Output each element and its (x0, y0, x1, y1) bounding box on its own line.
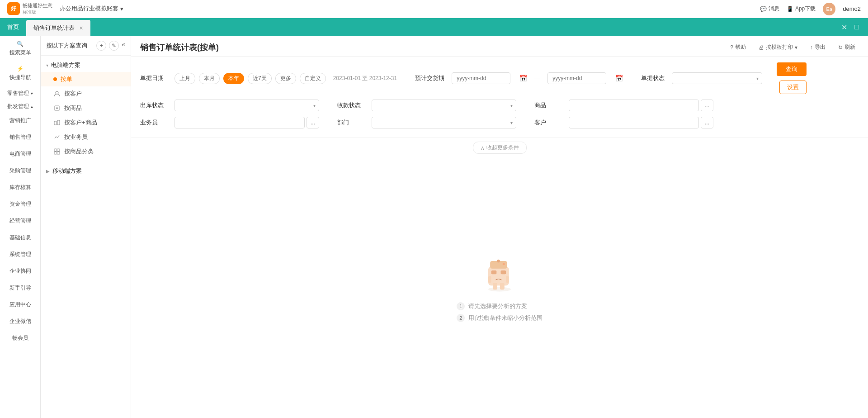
refresh-button[interactable]: ↻ 刷新 (835, 42, 859, 53)
salesman-input[interactable] (175, 117, 305, 128)
sidebar-item-appcenter[interactable]: 应用中心 (0, 296, 40, 313)
scheme-item-by-customer-label: 按客户 (64, 90, 82, 98)
query-button[interactable]: 查询 (777, 62, 807, 76)
scheme-item-by-customer[interactable]: 按客户 (41, 86, 131, 101)
calendar-end-icon[interactable]: 📅 (615, 75, 623, 82)
help-button[interactable]: ? 帮助 (726, 42, 750, 53)
date-range-text: 2023-01-01 至 2023-12-31 (333, 75, 397, 82)
date-last-month-button[interactable]: 上月 (175, 73, 195, 84)
sidebar-item-system[interactable]: 系统管理 (0, 246, 40, 263)
window-maximize-button[interactable]: □ (853, 21, 861, 33)
sidebar-search[interactable]: 🔍 搜索菜单 (0, 36, 40, 61)
help-label: 帮助 (735, 43, 746, 51)
sidebar-item-marketing[interactable]: 营销推广 (0, 112, 40, 129)
date-last-7days-button[interactable]: 近7天 (248, 73, 272, 84)
tab-home[interactable]: 首页 (0, 18, 26, 36)
scheme-edit-button[interactable]: ✎ (109, 41, 119, 51)
sidebar-item-purchase[interactable]: 采购管理 (0, 162, 40, 179)
active-dot-icon (53, 77, 57, 81)
sidebar-item-finance[interactable]: 资金管理 (0, 196, 40, 213)
empty-state: 1 请先选择要分析的方案 2 用[过滤]条件来缩小分析范围 (131, 157, 868, 418)
sidebar-item-operations[interactable]: 经营管理 (0, 213, 40, 229)
payment-status-select[interactable] (372, 100, 516, 111)
sidebar-item-inventory[interactable]: 库存核算 (0, 179, 40, 196)
sidebar-quicknav-label: 快捷导航 (9, 74, 31, 81)
expected-delivery-end-input[interactable] (547, 72, 606, 84)
sidebar-item-newbie[interactable]: 新手引导 (0, 280, 40, 296)
scheme-item-by-category[interactable]: 按商品分类 (41, 144, 131, 159)
product-input[interactable] (569, 100, 699, 111)
collapse-icon: ∧ (481, 145, 485, 151)
svg-rect-15 (506, 276, 509, 283)
top-bar-left: 好 畅捷通好生意 标准版 办公用品行业模拟账套 ▾ (7, 2, 127, 15)
tab-sales-order-stats[interactable]: 销售订单统计表 ✕ (26, 20, 90, 36)
export-button[interactable]: ↑ 导出 (807, 42, 829, 53)
scheme-item-by-customer-product-label: 按客户+商品 (64, 119, 97, 127)
collapse-bar[interactable]: ∧ 收起更多条件 (131, 138, 868, 157)
setting-button[interactable]: 设置 (779, 81, 807, 94)
bill-status-label: 单据状态 (641, 74, 665, 82)
date-this-year-button[interactable]: 本年 (223, 73, 244, 84)
message-button[interactable]: 💬 消息 (760, 5, 779, 13)
scheme-collapse-button[interactable]: « (122, 41, 125, 51)
bill-status-select-wrap: ▾ (672, 72, 762, 84)
customer-input[interactable] (569, 117, 699, 128)
svg-rect-17 (500, 283, 505, 290)
sidebar-item-retail[interactable]: 零售管理 ▾ (0, 86, 40, 99)
scheme-item-by-customer-product[interactable]: 按客户+商品 (41, 115, 131, 130)
logo-subtitle: 标准版 (23, 9, 52, 15)
window-close-button[interactable]: ✕ (840, 21, 849, 33)
expected-delivery-start-input[interactable] (452, 72, 510, 84)
scheme-section-pc-title[interactable]: ▾ 电脑端方案 (41, 58, 131, 72)
pc-section-label: 电脑端方案 (51, 61, 80, 69)
date-custom-button[interactable]: 自定义 (300, 73, 326, 84)
report-header-actions: ? 帮助 🖨 按模板打印 ▾ ↑ 导出 ↻ 刷新 (726, 42, 859, 53)
tab-sales-label: 销售订单统计表 (33, 24, 75, 32)
date-this-month-button[interactable]: 本月 (199, 73, 220, 84)
sidebar-item-wholesale[interactable]: 批发管理 ▴ (0, 99, 40, 112)
scheme-panel-title: 按以下方案查询 (46, 42, 87, 50)
report-title: 销售订单统计表(按单) (140, 42, 219, 53)
filter-row-1: 单据日期 上月 本月 本年 近7天 更多 自定义 2023-01-01 至 20… (140, 62, 859, 94)
user-name[interactable]: demo2 (843, 5, 861, 12)
retail-arrow-icon: ▾ (31, 91, 33, 96)
svg-rect-4 (54, 121, 57, 125)
calendar-start-icon[interactable]: 📅 (519, 75, 527, 82)
sidebar-item-wecom[interactable]: 企业微信 (0, 313, 40, 330)
by-customer-product-icon (53, 119, 61, 126)
tab-close-icon[interactable]: ✕ (79, 25, 83, 31)
avatar: Ea (823, 3, 835, 15)
collapse-button[interactable]: ∧ 收起更多条件 (473, 142, 527, 154)
sidebar-item-member[interactable]: 畅会员 (0, 330, 40, 347)
sidebar-item-enterprise[interactable]: 企业协同 (0, 263, 40, 280)
sidebar-quicknav[interactable]: ⚡ 快捷导航 (0, 61, 40, 86)
scheme-item-by-order[interactable]: 按单 (41, 72, 131, 86)
sidebar-inventory-label: 库存核算 (9, 184, 31, 191)
salesman-more-button[interactable]: ... (307, 117, 319, 128)
sidebar-item-ecommerce[interactable]: 电商管理 (0, 146, 40, 162)
date-quick-buttons: 上月 本月 本年 近7天 更多 自定义 (175, 73, 326, 84)
product-more-button[interactable]: ... (701, 100, 713, 111)
scheme-item-by-product[interactable]: 按商品 (41, 101, 131, 115)
scheme-add-button[interactable]: + (96, 41, 106, 51)
app-download-button[interactable]: 📱 App下载 (787, 5, 816, 13)
sidebar-wecom-label: 企业微信 (9, 318, 31, 325)
workspace-name: 办公用品行业模拟账套 (60, 5, 118, 13)
scheme-item-by-salesman[interactable]: 按业务员 (41, 130, 131, 144)
department-select[interactable] (372, 117, 516, 128)
sidebar-newbie-label: 新手引导 (9, 284, 31, 292)
workspace-selector[interactable]: 办公用品行业模拟账套 ▾ (56, 3, 127, 14)
sidebar-item-sales[interactable]: 销售管理 (0, 129, 40, 146)
sidebar-item-basic[interactable]: 基础信息 (0, 229, 40, 246)
product-field-group: ... (569, 100, 713, 111)
scheme-section-mobile: ▶ 移动端方案 (41, 162, 131, 180)
customer-more-button[interactable]: ... (701, 117, 713, 128)
out-status-select[interactable] (175, 100, 319, 111)
by-category-icon (53, 148, 61, 155)
date-more-button[interactable]: 更多 (275, 73, 296, 84)
bill-status-select[interactable] (672, 72, 762, 84)
by-salesman-icon (53, 133, 61, 141)
template-print-button[interactable]: 🖨 按模板打印 ▾ (755, 42, 801, 53)
svg-point-10 (488, 287, 511, 292)
scheme-section-mobile-title[interactable]: ▶ 移动端方案 (41, 164, 131, 178)
